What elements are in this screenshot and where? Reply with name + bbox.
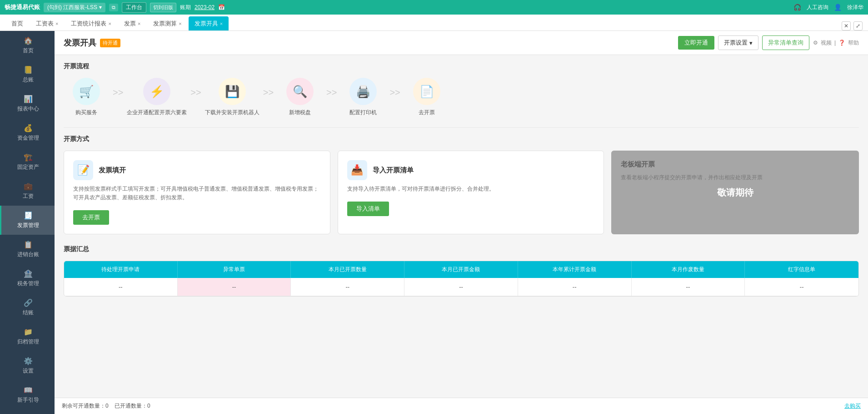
period-label: 账期 (180, 4, 191, 11)
col-abnormal: 异常单票 (178, 261, 291, 278)
help-circle-icon: ❓ (838, 40, 845, 46)
tab-payroll[interactable]: 工资表 × (30, 16, 64, 30)
tab-invoice-calc[interactable]: 发票测算 × (147, 16, 187, 30)
flow-arrow-2: >> (190, 87, 201, 98)
import-list-button[interactable]: 导入清单 (347, 202, 389, 216)
close-invoice-tab[interactable]: × (138, 21, 140, 26)
sidebar-item-close[interactable]: 🔗 结账 (0, 293, 55, 322)
method-cards: 📝 发票填开 支持按照发票样式手工填写开发票；可开具增值税电子普通发票、增值税普… (64, 151, 859, 234)
cell-pending[interactable]: -- (64, 278, 178, 296)
settings-icon: ⚙️ (24, 357, 33, 365)
summary-table: 待处理开票申请 异常单票 本月已开票数量 本月已开票金额 本年累计开票金额 本月… (64, 261, 859, 297)
cell-month-amount: -- (404, 278, 518, 296)
goto-issue-button[interactable]: 去开票 (73, 210, 109, 225)
close-window-btn[interactable]: ✕ (842, 21, 851, 30)
sidebar-item-assets[interactable]: 🏗️ 固定资产 (0, 147, 55, 177)
status-badge: 待开通 (100, 39, 120, 47)
summary-row: -- -- -- -- -- -- -- (64, 278, 858, 296)
sidebar: 🏠 首页 📒 总账 📊 报表中心 💰 资金管理 🏗️ 固定资产 💼 工资 🧾 发… (0, 31, 55, 414)
switch-version-button[interactable]: 切到旧版 (150, 3, 176, 12)
flow-arrow-3: >> (263, 87, 274, 98)
sidebar-item-payroll[interactable]: 💼 工资 (0, 177, 55, 206)
cell-month-count: -- (291, 278, 404, 296)
card2-title: 导入开票清单 (373, 166, 414, 175)
tab-payroll-report[interactable]: 工资统计报表 × (65, 16, 117, 30)
sidebar-item-invoice[interactable]: 🧾 发票管理 (0, 206, 55, 235)
card2-desc: 支持导入待开票清单，可对待开票清单进行拆分、合并处理。 (347, 185, 595, 193)
step3-label: 下载并安装开票机器人 (205, 109, 259, 116)
tab-home[interactable]: 首页 (5, 16, 29, 30)
dropdown-icon: ▾ (99, 4, 102, 10)
tab-invoice[interactable]: 发票 × (118, 16, 146, 30)
step5-icon: 🖨️ (349, 78, 377, 105)
close-payroll-tab[interactable]: × (55, 21, 58, 26)
page-header-right: 立即开通 开票设置 ▾ 异常清单查询 ⚙ 视频 | ❓ 帮助 (678, 35, 859, 50)
step2-icon: ⚡ (143, 78, 170, 105)
close-accounts-icon: 🔗 (24, 298, 33, 307)
col-pending: 待处理开票申请 (64, 261, 178, 278)
view-label[interactable]: 视频 (821, 39, 832, 47)
help-label[interactable]: 帮助 (848, 39, 859, 47)
flow-step-4: 🔍 新增税盘 (277, 78, 323, 116)
assets-icon: 🏗️ (24, 153, 33, 162)
period-value[interactable]: 2023-02 (195, 4, 215, 10)
page-header: 发票开具 待开通 立即开通 开票设置 ▾ 异常清单查询 ⚙ 视频 | ❓ 帮助 (55, 31, 868, 55)
sidebar-item-settings[interactable]: ⚙️ 设置 (0, 351, 55, 380)
step1-icon: 🛒 (73, 78, 100, 105)
sidebar-item-purchase[interactable]: 📋 进销台账 (0, 235, 55, 264)
sidebar-item-home[interactable]: 🏠 首页 (0, 31, 55, 60)
invoice-icon: 🧾 (24, 211, 33, 220)
reports-icon: 📊 (24, 95, 33, 103)
flow-step-3: 💾 下载并安装开票机器人 (205, 78, 259, 116)
cell-abnormal[interactable]: -- (178, 278, 291, 296)
cell-void-count: -- (632, 278, 745, 296)
user-label[interactable]: 徐泽华 (847, 4, 863, 11)
workbench-button[interactable]: 工作台 (122, 2, 146, 13)
sidebar-item-member[interactable]: ⭐ 畅会员 (0, 409, 55, 414)
card1-header: 📝 发票填开 (73, 160, 321, 180)
cell-year-amount: -- (518, 278, 632, 296)
ledger-icon: 📒 (24, 66, 33, 74)
card1-title: 发票填开 (99, 166, 126, 175)
settings-circle-icon: ⚙ (813, 40, 818, 46)
abnormal-query-button[interactable]: 异常清单查询 (762, 35, 809, 50)
top-bar-left: 畅捷通易代账 (勾到) 江西服装-LSS ▾ ⧉ 工作台 切到旧版 账期 202… (5, 2, 225, 13)
flow-arrow-1: >> (113, 87, 123, 98)
flow-step-5: 🖨️ 配置打印机 (340, 78, 386, 116)
flow-step-2: ⚡ 企业开通配置开票六要素 (127, 78, 187, 116)
sidebar-item-reports[interactable]: 📊 报表中心 (0, 89, 55, 118)
flow-step-6: 📄 去开票 (404, 78, 449, 116)
methods-section-title: 开票方式 (64, 135, 859, 143)
sidebar-item-guide[interactable]: 📖 新手引导 (0, 380, 55, 409)
immediate-open-button[interactable]: 立即开通 (678, 36, 714, 50)
close-payroll-report-tab[interactable]: × (108, 21, 111, 26)
col-void-count: 本月作废数量 (632, 261, 745, 278)
flow-arrow-5: >> (389, 87, 400, 98)
calendar-icon[interactable]: 📅 (218, 4, 225, 10)
sidebar-item-funds[interactable]: 💰 资金管理 (0, 118, 55, 147)
sidebar-item-tax[interactable]: 🏦 税务管理 (0, 264, 55, 293)
step4-label: 新增税盘 (289, 109, 311, 116)
fullscreen-btn[interactable]: ⤢ (853, 21, 863, 30)
method-card-boss-wrap: 老板端开票 查看老板端小程序提交的开票申请，并作出相应处理及开票 敬请期待 (611, 151, 859, 234)
buy-link[interactable]: 去购买 (844, 402, 861, 410)
col-red-note: 红字信息单 (745, 261, 858, 278)
user-avatar: 👤 (834, 4, 842, 11)
close-invoice-issue-tab[interactable]: × (220, 21, 223, 26)
tab-invoice-issue[interactable]: 发票开具 × (189, 16, 229, 30)
open-settings-button[interactable]: 开票设置 ▾ (718, 35, 758, 50)
app-logo: 畅捷通易代账 (5, 3, 40, 11)
chevron-down-icon: ▾ (749, 40, 753, 46)
support-label[interactable]: 人工咨询 (807, 4, 828, 11)
close-invoice-calc-tab[interactable]: × (179, 21, 181, 26)
card1-desc: 支持按照发票样式手工填写开发票；可开具增值税电子普通发票、增值税普通发票、增值税… (73, 185, 321, 202)
cell-red-note: -- (745, 278, 858, 296)
window-controls: ✕ ⤢ (842, 21, 863, 30)
sidebar-item-archive[interactable]: 📁 归档管理 (0, 322, 55, 351)
company-selector[interactable]: (勾到) 江西服装-LSS ▾ (44, 3, 105, 12)
copy-icon[interactable]: ⧉ (109, 4, 118, 11)
summary-header: 待处理开票申请 异常单票 本月已开票数量 本月已开票金额 本年累计开票金额 本月… (64, 261, 858, 278)
step6-icon: 📄 (413, 78, 440, 105)
col-month-count: 本月已开票数量 (291, 261, 404, 278)
sidebar-item-ledger[interactable]: 📒 总账 (0, 60, 55, 89)
